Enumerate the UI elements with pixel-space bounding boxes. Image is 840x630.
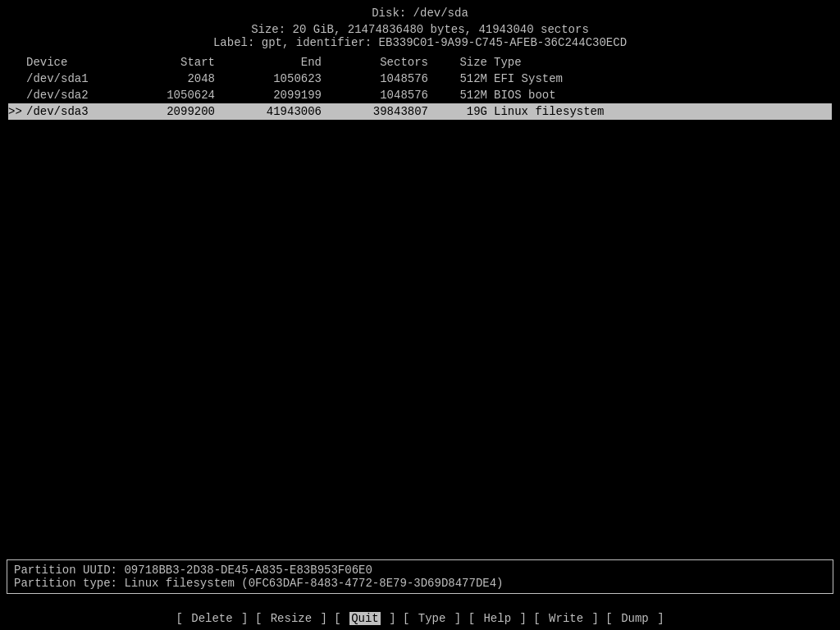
row-prefix: >> — [8, 105, 26, 118]
row-start: 2048 — [125, 72, 231, 85]
row-start: 1050624 — [125, 89, 231, 102]
bracket-open: [ — [334, 612, 348, 625]
row-sectors: 39843807 — [338, 105, 445, 118]
partition-rows: /dev/sda1 2048 1050623 1048576 512M EFI … — [8, 71, 832, 120]
col-header-start: Start — [125, 56, 231, 69]
footer-btn-group: [ Delete ] [ Resize ] [ Quit ] [ Type ] … — [176, 612, 664, 625]
bracket-open: [ — [255, 612, 269, 625]
row-end: 41943006 — [231, 105, 338, 118]
row-end: 1050623 — [231, 72, 338, 85]
bracket-close: ] — [651, 612, 664, 625]
row-type: BIOS boot — [494, 89, 832, 102]
col-header-sectors: Sectors — [338, 56, 445, 69]
disk-label-line: Label: gpt, identifier: EB339C01-9A99-C7… — [0, 36, 840, 49]
bracket-open: [ — [533, 612, 547, 625]
table-row[interactable]: /dev/sda2 1050624 2099199 1048576 512M B… — [8, 87, 832, 103]
bracket-close: ] — [382, 612, 396, 625]
row-start: 2099200 — [125, 105, 231, 118]
bracket-close: ] — [513, 612, 527, 625]
table-header: Device Start End Sectors Size Type — [8, 54, 832, 71]
row-prefix — [8, 72, 26, 85]
footer-btn-label[interactable]: Type — [418, 612, 446, 625]
bracket-open: [ — [403, 612, 417, 625]
content-area — [0, 120, 840, 630]
footer-button-delete[interactable]: [ Delete ] — [176, 612, 254, 625]
bracket-close: ] — [447, 612, 461, 625]
bracket-open: [ — [605, 612, 619, 625]
bracket-close: ] — [313, 612, 327, 625]
disk-size-line: Size: 20 GiB, 21474836480 bytes, 4194304… — [0, 23, 840, 36]
row-device: /dev/sda2 — [26, 89, 125, 102]
row-device: /dev/sda1 — [26, 72, 125, 85]
table-row[interactable]: >> /dev/sda3 2099200 41943006 39843807 1… — [8, 103, 832, 120]
col-header-size: Size — [445, 56, 494, 69]
footer-button-resize[interactable]: [ Resize ] — [255, 612, 334, 625]
col-header-type: Type — [494, 56, 832, 69]
row-size: 19G — [445, 105, 494, 118]
footer-button-dump[interactable]: [ Dump ] — [605, 612, 664, 625]
partition-uuid-line: Partition UUID: 09718BB3-2D38-DE45-A835-… — [14, 564, 826, 577]
partition-table: Device Start End Sectors Size Type /dev/… — [0, 54, 840, 120]
row-sectors: 1048576 — [338, 72, 445, 85]
bracket-open: [ — [468, 612, 482, 625]
footer-btn-label[interactable]: Resize — [271, 612, 312, 625]
bracket-open: [ — [176, 612, 189, 625]
disk-title-text: Disk: /dev/sda — [0, 7, 840, 20]
row-sectors: 1048576 — [338, 89, 445, 102]
footer-button-quit[interactable]: [ Quit ] — [334, 612, 403, 625]
footer-button-help[interactable]: [ Help ] — [468, 612, 534, 625]
footer-btn-label[interactable]: Delete — [191, 612, 232, 625]
row-size: 512M — [445, 89, 494, 102]
footer-btn-label[interactable]: Quit — [349, 612, 381, 625]
footer-btn-label[interactable]: Dump — [621, 612, 649, 625]
partition-type-line: Partition type: Linux filesystem (0FC63D… — [14, 577, 826, 590]
row-end: 2099199 — [231, 89, 338, 102]
table-row[interactable]: /dev/sda1 2048 1050623 1048576 512M EFI … — [8, 71, 832, 87]
footer-btn-label[interactable]: Help — [483, 612, 511, 625]
partition-info-panel: Partition UUID: 09718BB3-2D38-DE45-A835-… — [7, 559, 833, 594]
row-type: Linux filesystem — [494, 105, 832, 118]
bracket-close: ] — [585, 612, 599, 625]
col-header-device: Device — [26, 56, 125, 69]
row-size: 512M — [445, 72, 494, 85]
row-prefix — [8, 89, 26, 102]
disk-title: Disk: /dev/sda — [0, 0, 840, 23]
row-device: /dev/sda3 — [26, 105, 125, 118]
footer-button-write[interactable]: [ Write ] — [533, 612, 605, 625]
main-container: Disk: /dev/sda Size: 20 GiB, 21474836480… — [0, 0, 840, 630]
footer-button-type[interactable]: [ Type ] — [403, 612, 468, 625]
col-header-end: End — [231, 56, 338, 69]
bracket-close: ] — [235, 612, 249, 625]
footer-buttons: [ Delete ] [ Resize ] [ Quit ] [ Type ] … — [0, 612, 840, 625]
footer-btn-label[interactable]: Write — [549, 612, 583, 625]
row-type: EFI System — [494, 72, 832, 85]
